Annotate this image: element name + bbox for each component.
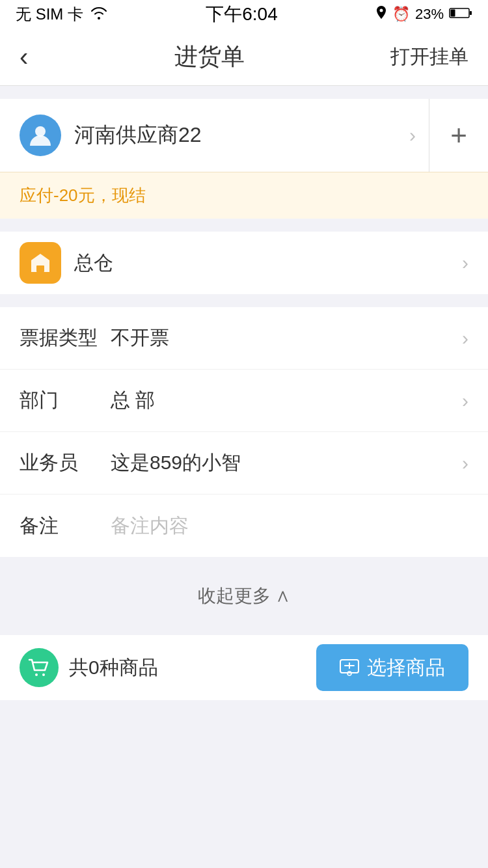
supplier-selector[interactable]: 河南供应商22 ›: [0, 99, 429, 172]
invoice-type-value: 不开票: [111, 325, 462, 351]
status-time: 下午6:04: [206, 2, 278, 27]
page-title: 进货单: [174, 41, 245, 73]
battery-text: 23%: [415, 6, 444, 23]
warehouse-row[interactable]: 总仓 ›: [0, 232, 488, 294]
remark-placeholder: 备注内容: [111, 513, 468, 539]
product-count-section: 共0种商品: [20, 648, 158, 687]
svg-point-7: [42, 673, 45, 676]
invoice-type-chevron-icon: ›: [462, 327, 468, 349]
open-pending-button[interactable]: 打开挂单: [390, 44, 468, 70]
collapse-label: 收起更多 ∧: [198, 584, 291, 608]
alarm-icon: ⏰: [392, 6, 410, 23]
select-product-button[interactable]: 选择商品: [316, 644, 468, 691]
svg-rect-5: [36, 265, 44, 272]
form-section: 票据类型 不开票 › 部门 总 部 › 业务员 这是859的小智 › 备注 备注…: [0, 307, 488, 557]
salesperson-chevron-icon: ›: [462, 452, 468, 474]
add-supplier-button[interactable]: +: [429, 99, 488, 172]
salesperson-value: 这是859的小智: [111, 450, 462, 476]
svg-point-6: [35, 673, 38, 676]
notice-text: 应付-20元，现结: [20, 185, 146, 205]
section-gap-1: [0, 86, 488, 99]
warehouse-chevron-icon: ›: [462, 252, 468, 274]
select-product-label: 选择商品: [367, 655, 445, 681]
battery-icon: [449, 6, 472, 23]
supplier-avatar: [20, 115, 61, 156]
status-left: 无 SIM 卡: [16, 4, 108, 25]
bottom-bar: 共0种商品 选择商品: [0, 635, 488, 700]
svg-point-0: [379, 9, 383, 12]
department-row[interactable]: 部门 总 部 ›: [0, 370, 488, 432]
status-bar: 无 SIM 卡 下午6:04 ⏰ 23%: [0, 0, 488, 29]
department-value: 总 部: [111, 387, 462, 414]
invoice-type-label: 票据类型: [20, 325, 98, 351]
department-label: 部门: [20, 387, 98, 414]
department-chevron-icon: ›: [462, 390, 468, 412]
product-count-label: 共0种商品: [69, 655, 158, 681]
cart-icon-wrap: [20, 648, 59, 687]
location-icon: [375, 5, 387, 23]
salesperson-label: 业务员: [20, 450, 98, 476]
svg-rect-3: [451, 10, 455, 17]
back-button[interactable]: ‹: [20, 42, 28, 72]
remark-label: 备注: [20, 513, 98, 539]
warehouse-icon-wrap: [20, 242, 61, 284]
warehouse-label: 总仓: [74, 250, 462, 277]
status-right: ⏰ 23%: [375, 5, 472, 23]
invoice-type-row[interactable]: 票据类型 不开票 ›: [0, 307, 488, 370]
sim-indicator: 无 SIM 卡: [16, 4, 83, 25]
svg-point-4: [35, 126, 46, 137]
collapse-bar[interactable]: 收起更多 ∧: [0, 570, 488, 622]
supplier-section: 河南供应商22 › +: [0, 99, 488, 172]
wifi-icon: [90, 5, 108, 23]
supplier-name: 河南供应商22: [74, 121, 409, 150]
svg-rect-2: [470, 11, 472, 15]
main-content: 河南供应商22 › + 应付-20元，现结 总仓 › 票据类型 不开票 ›: [0, 86, 488, 868]
nav-bar: ‹ 进货单 打开挂单: [0, 29, 488, 86]
notice-bar: 应付-20元，现结: [0, 172, 488, 219]
warehouse-section: 总仓 ›: [0, 232, 488, 294]
salesperson-row[interactable]: 业务员 这是859的小智 ›: [0, 432, 488, 495]
supplier-chevron-icon: ›: [409, 124, 416, 146]
remark-row[interactable]: 备注 备注内容: [0, 495, 488, 557]
